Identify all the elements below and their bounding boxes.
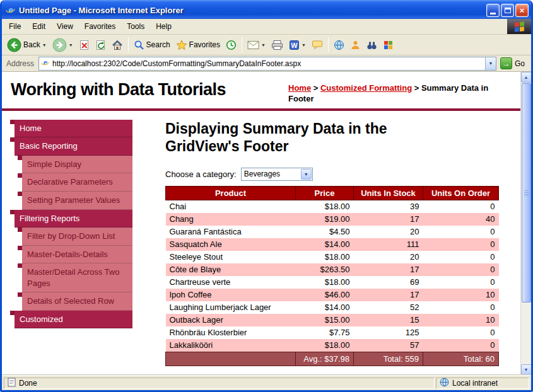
scroll-down-icon[interactable]: ▼ — [521, 364, 532, 375]
go-button[interactable]: → Go — [499, 57, 529, 70]
print-button[interactable] — [269, 38, 286, 52]
table-cell: 111 — [354, 238, 423, 251]
mail-dropdown-icon[interactable]: ▼ — [261, 43, 266, 47]
address-bar: Address e http://localhost:2302/Code/Cus… — [2, 55, 531, 72]
scrollbar-thumb[interactable] — [522, 83, 531, 303]
sidebar-item-filter-by-drop-down-list[interactable]: Filter by Drop-Down List — [22, 228, 132, 246]
local-intranet-icon — [440, 378, 449, 389]
table-cell: $18.00 — [296, 276, 354, 289]
category-selected-value: Beverages — [244, 170, 280, 178]
title-bar[interactable]: e Untitled Page - Microsoft Internet Exp… — [2, 0, 531, 19]
sidebar-item-details-of-selected-row[interactable]: Details of Selected Row — [22, 292, 132, 311]
sidebar-item-customized[interactable]: Customized — [15, 311, 132, 329]
refresh-button[interactable] — [93, 38, 108, 52]
close-button[interactable]: × — [515, 4, 529, 17]
table-cell: 10 — [423, 314, 499, 326]
discuss-icon — [312, 40, 323, 50]
address-input[interactable]: e http://localhost:2302/Code/CustomForma… — [38, 57, 496, 71]
menu-items: FileEditViewFavoritesToolsHelp — [3, 19, 177, 34]
category-dropdown[interactable]: Beverages ▼ — [241, 168, 313, 181]
search-button[interactable]: Search — [131, 38, 173, 52]
table-cell: 39 — [354, 200, 423, 213]
address-url[interactable]: http://localhost:2302/Code/CustomFormatt… — [52, 59, 485, 68]
forward-button[interactable]: ▼ — [50, 37, 76, 54]
table-body: Chai$18.00390Chang$19.001740Guaraná Fant… — [166, 200, 499, 352]
table-cell: $46.00 — [296, 289, 354, 301]
menu-file[interactable]: File — [3, 20, 26, 33]
column-header-units-in-stock: Units In Stock — [354, 186, 423, 200]
sidebar-item-master-details-details[interactable]: Master-Details-Details — [22, 246, 132, 264]
menu-view[interactable]: View — [51, 20, 79, 33]
sidebar-item-simple-display[interactable]: Simple Display — [22, 156, 132, 174]
column-header-units-on-order: Units On Order — [423, 186, 499, 200]
breadcrumb-link-customized-formatting[interactable]: Customized Formatting — [320, 83, 412, 93]
forward-icon — [52, 38, 67, 52]
edit-dropdown-icon[interactable]: ▼ — [302, 43, 306, 47]
web-page: Working with Data Tutorials Home > Custo… — [2, 72, 520, 375]
binoculars-icon — [366, 40, 377, 50]
table-cell: $7.75 — [296, 326, 354, 339]
table-cell: $14.00 — [296, 238, 354, 251]
vertical-scrollbar[interactable]: ▲ ▼ — [520, 72, 531, 375]
home-button[interactable] — [109, 38, 126, 52]
minimize-button[interactable] — [486, 4, 500, 17]
table-row: Chang$19.001740 — [166, 213, 499, 226]
status-bar: Done Local intranet — [2, 375, 531, 390]
breadcrumb-link-home[interactable]: Home — [288, 83, 311, 93]
mail-button[interactable]: ▼ — [245, 39, 268, 51]
sidebar-item-master-detail-across-two-pages[interactable]: Master/Detail Across Two Pages — [22, 263, 132, 292]
browser-window: e Untitled Page - Microsoft Internet Exp… — [0, 0, 533, 392]
menu-help[interactable]: Help — [150, 20, 177, 33]
main-content: Displaying Summary Data in the GridView'… — [165, 120, 506, 366]
table-cell: $18.00 — [296, 339, 354, 352]
footer-cell: Avg.: $37.98 — [296, 352, 354, 366]
mail-icon — [247, 40, 259, 50]
products-gridview: ProductPriceUnits In StockUnits On Order… — [165, 186, 499, 366]
table-row: Lakkalikööri$18.00570 — [166, 339, 499, 352]
browse-web-button[interactable] — [331, 38, 347, 52]
stop-button[interactable] — [76, 38, 92, 52]
back-button[interactable]: Back ▼ — [4, 37, 49, 54]
favorites-button[interactable]: Favorites — [173, 38, 223, 52]
table-cell: $18.00 — [296, 200, 354, 213]
history-clock-icon — [226, 40, 237, 50]
back-dropdown-icon[interactable]: ▼ — [42, 43, 47, 47]
messenger-button[interactable] — [348, 38, 363, 52]
address-label: Address — [4, 59, 36, 68]
msn-button[interactable] — [380, 38, 396, 52]
research-button[interactable] — [364, 38, 380, 52]
menu-favorites[interactable]: Favorites — [79, 20, 121, 33]
forward-dropdown-icon[interactable]: ▼ — [69, 43, 73, 47]
table-row: Laughing Lumberjack Lager$14.00520 — [166, 301, 499, 314]
category-label: Choose a category: — [165, 170, 237, 179]
footer-cell: Total: 559 — [354, 352, 423, 366]
breadcrumb: Home > Customized Formatting > Summary D… — [288, 83, 512, 105]
back-icon — [7, 38, 21, 52]
scroll-up-icon[interactable]: ▲ — [521, 72, 532, 83]
document-icon — [8, 378, 16, 389]
table-row: Sasquatch Ale$14.001110 — [166, 238, 499, 251]
discuss-button[interactable] — [309, 38, 325, 51]
favorites-label: Favorites — [189, 40, 220, 49]
edit-with-word-button[interactable]: W ▼ — [286, 38, 308, 52]
menu-edit[interactable]: Edit — [26, 20, 51, 33]
address-dropdown-button[interactable]: ▼ — [485, 57, 496, 70]
maximize-button[interactable] — [501, 4, 514, 17]
sidebar-item-basic-reporting[interactable]: Basic Reporting — [15, 137, 132, 156]
menu-tools[interactable]: Tools — [121, 20, 150, 33]
sidebar-item-declarative-parameters[interactable]: Declarative Parameters — [22, 173, 132, 192]
table-cell: $263.50 — [296, 263, 354, 276]
sidebar-item-setting-parameter-values[interactable]: Setting Parameter Values — [22, 192, 132, 210]
page-title: Displaying Summary Data in the GridView'… — [165, 120, 455, 155]
history-button[interactable] — [223, 38, 239, 52]
dropdown-arrow-icon[interactable]: ▼ — [301, 169, 312, 180]
table-cell: 17 — [354, 263, 423, 276]
sidebar-item-filtering-reports[interactable]: Filtering Reports — [15, 210, 132, 228]
table-cell: Laughing Lumberjack Lager — [166, 301, 296, 314]
column-header-product: Product — [166, 186, 296, 200]
svg-text:e: e — [8, 4, 13, 14]
table-cell: 17 — [354, 289, 423, 301]
table-cell: 52 — [354, 301, 423, 314]
sidebar-item-home[interactable]: Home — [15, 120, 132, 138]
table-cell: 0 — [423, 238, 499, 251]
